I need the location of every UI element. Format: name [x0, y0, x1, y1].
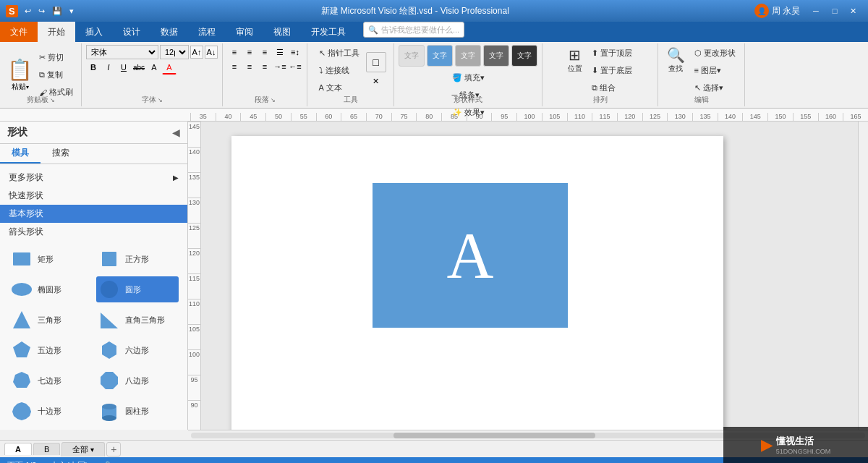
arrange-position: ⊞ 位置	[565, 45, 585, 95]
tab-data[interactable]: 数据	[150, 22, 188, 42]
change-shape-button[interactable]: ⬡ 更改形状	[691, 45, 739, 61]
close-button[interactable]: ✕	[845, 4, 862, 18]
to-top-button[interactable]: ⬆ 置于顶层	[588, 45, 636, 61]
qat-redo[interactable]: ↪	[36, 6, 47, 17]
indent-increase-button[interactable]: →≡	[273, 59, 287, 74]
tab-developer[interactable]: 开发工具	[301, 22, 356, 42]
find-button[interactable]: 🔍 查找	[664, 45, 688, 75]
tab-insert[interactable]: 插入	[75, 22, 113, 42]
font-expand[interactable]: ↘	[158, 97, 163, 103]
font-increase-button[interactable]: A↑	[190, 46, 203, 59]
shape-cell-triangle[interactable]: 三角形	[9, 307, 92, 333]
clipboard-expand[interactable]: ↘	[50, 97, 55, 103]
tab-home[interactable]: 开始	[38, 22, 75, 42]
page-tab-a[interactable]: A	[4, 443, 32, 455]
shape-cell-pentagon[interactable]: 五边形	[9, 337, 92, 363]
shape-cell-heptagon[interactable]: 七边形	[9, 368, 92, 394]
search-hint: 告诉我您想要做什么...	[381, 25, 459, 35]
shape-cell-ellipse[interactable]: 椭圆形	[9, 276, 92, 302]
italic-button[interactable]: I	[101, 60, 116, 75]
circle-label: 圆形	[125, 284, 141, 295]
ruler-tick: 40	[216, 113, 241, 121]
svg-point-2	[12, 283, 32, 296]
canvas-page[interactable]: A	[231, 136, 723, 430]
canvas-area[interactable]: 145 140 135 130 125 120 115 110 105 100 …	[188, 122, 868, 430]
pointer-tool-button[interactable]: ↖ 指针工具	[315, 45, 363, 61]
align-right-button[interactable]: ≡	[258, 45, 272, 59]
tab-process[interactable]: 流程	[188, 22, 226, 42]
shape-cell-rect[interactable]: 矩形	[9, 246, 92, 272]
page-tab-all[interactable]: 全部 ▾	[61, 442, 105, 456]
tab-design[interactable]: 设计	[113, 22, 150, 42]
align-center-button[interactable]: ≡	[242, 45, 257, 59]
para-align-btn3[interactable]: ≡	[258, 59, 272, 74]
sidebar-item-more-shapes[interactable]: 更多形状 ▶	[0, 169, 187, 187]
para-more-button[interactable]: ≡↕	[288, 45, 302, 59]
right-triangle-svg	[99, 310, 119, 330]
shape-cell-circle[interactable]: 圆形	[96, 276, 179, 302]
sidebar-tab-tools[interactable]: 模具	[0, 144, 41, 163]
para-align-btn1[interactable]: ≡	[227, 59, 242, 74]
indent-decrease-button[interactable]: ←≡	[288, 59, 302, 74]
shape-cell-right-triangle[interactable]: 直角三角形	[96, 307, 179, 333]
sidebar-item-basic-shapes[interactable]: 基本形状	[0, 205, 187, 223]
svg-marker-8	[13, 372, 30, 388]
shape-cell-decagon[interactable]: 十边形	[9, 398, 92, 424]
maximize-button[interactable]: □	[826, 4, 843, 18]
shape-style-1[interactable]: 文字	[399, 45, 425, 67]
copy-button[interactable]: ⧉ 复制	[35, 67, 77, 83]
svg-rect-1	[102, 252, 116, 266]
to-bottom-button[interactable]: ⬇ 置于底层	[588, 62, 636, 78]
tab-file[interactable]: 文件	[0, 22, 38, 42]
shape-tool-button[interactable]: □	[366, 52, 386, 72]
shape-style-3[interactable]: 文字	[455, 45, 481, 67]
shape-style-label: 形状样式	[394, 93, 542, 105]
sidebar-item-arrow-shapes[interactable]: 箭头形状	[0, 223, 187, 240]
font-size-a-button[interactable]: A	[147, 60, 161, 75]
shape-icon-square	[98, 247, 121, 271]
font-size-select[interactable]: 12pt	[160, 45, 189, 59]
sidebar-collapse-button[interactable]: ◀	[172, 127, 180, 138]
arrange-label: 排列	[542, 93, 658, 105]
sidebar-item-quick-shapes[interactable]: 快速形状	[0, 187, 187, 205]
minimize-button[interactable]: ─	[807, 4, 825, 18]
position-button[interactable]: ⊞ 位置	[565, 45, 585, 75]
ribbon-search-bar[interactable]: 🔍 告诉我您想要做什么...	[363, 22, 464, 38]
tab-view[interactable]: 视图	[263, 22, 301, 42]
vertical-scrollbar[interactable]	[858, 122, 868, 430]
fill-button[interactable]: 🪣 填充▾	[448, 69, 488, 85]
qat-more[interactable]: ▾	[67, 6, 76, 17]
para-expand[interactable]: ↘	[271, 97, 276, 103]
shape-cell-hexagon[interactable]: 六边形	[96, 337, 179, 363]
cut-button[interactable]: ✂ 剪切	[35, 50, 77, 66]
shape-cell-square[interactable]: 正方形	[96, 246, 179, 272]
shape-icon-hexagon	[98, 339, 121, 362]
connector-tool-button[interactable]: ⤵ 连接线	[315, 62, 363, 78]
ruler-tick: 150	[767, 113, 793, 121]
underline-button[interactable]: U	[116, 60, 131, 75]
add-page-button[interactable]: +	[106, 442, 121, 456]
bold-button[interactable]: B	[86, 60, 101, 75]
align-left-button[interactable]: ≡	[227, 45, 242, 59]
tools-close-button[interactable]: ✕	[369, 74, 383, 88]
tab-review[interactable]: 审阅	[226, 22, 263, 42]
qat-save[interactable]: 💾	[50, 6, 64, 17]
canvas-shape[interactable]: A	[373, 183, 568, 328]
sidebar-tab-search[interactable]: 搜索	[41, 144, 81, 163]
font-decrease-button[interactable]: A↓	[205, 46, 218, 59]
para-align-btn2[interactable]: ≡	[242, 59, 257, 74]
shape-style-5[interactable]: 文字	[511, 45, 537, 67]
effect-button[interactable]: ✨ 效果▾	[448, 104, 488, 120]
shape-style-2[interactable]: 文字	[427, 45, 453, 67]
shape-cell-octagon[interactable]: 八边形	[96, 368, 179, 394]
bullets-button[interactable]: ☰	[273, 45, 287, 59]
layers-button[interactable]: ≡ 图层▾	[691, 62, 739, 78]
shape-cell-cylinder[interactable]: 圆柱形	[96, 398, 179, 424]
arrange-row: ⊞ 位置 ⬆ 置于顶层 ⬇ 置于底层 ⧉ 组合	[565, 45, 636, 95]
strikethrough-button[interactable]: abc	[132, 60, 146, 75]
page-tab-b[interactable]: B	[33, 443, 60, 455]
font-color-button[interactable]: A	[162, 60, 176, 75]
qat-undo[interactable]: ↩	[22, 6, 33, 17]
font-family-select[interactable]: 宋体	[86, 45, 158, 59]
shape-style-4[interactable]: 文字	[483, 45, 509, 67]
